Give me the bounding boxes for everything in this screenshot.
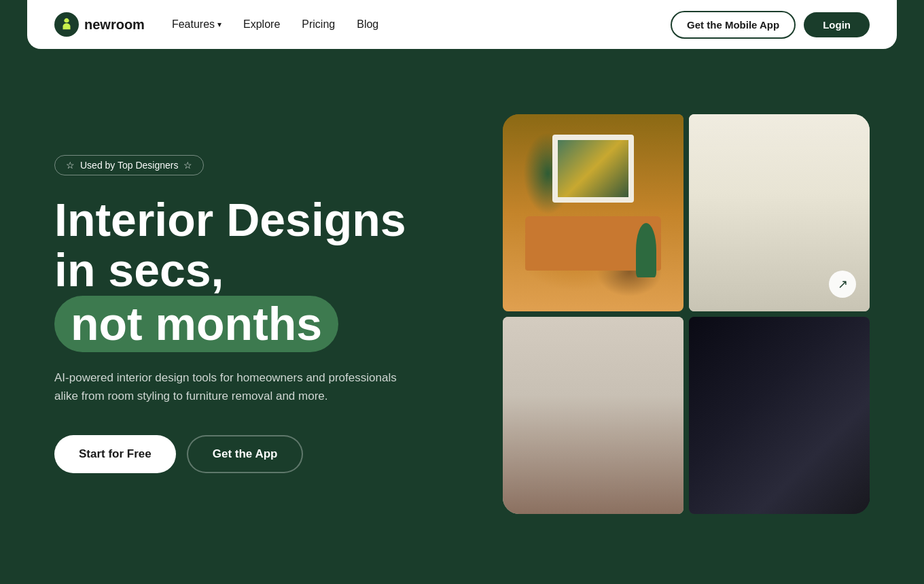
svg-point-11 <box>747 381 751 384</box>
get-app-button[interactable]: Get the App <box>187 435 304 473</box>
nav-link-pricing[interactable]: Pricing <box>302 18 335 30</box>
svg-line-2 <box>701 376 725 473</box>
svg-rect-10 <box>798 449 846 473</box>
nav-link-explore[interactable]: Explore <box>243 18 280 30</box>
hero-title: Interior Designs in secs, not months <box>54 194 462 352</box>
star-icon-right: ☆ <box>183 160 192 171</box>
nav-links: Features ▾ Explore Pricing Blog <box>172 18 378 31</box>
hero-title-line2-plain: in secs, <box>54 244 224 296</box>
svg-rect-19 <box>815 424 851 460</box>
logo-link[interactable]: newroom <box>54 12 145 37</box>
mobile-app-button[interactable]: Get the Mobile App <box>671 11 796 39</box>
svg-line-5 <box>749 376 756 473</box>
hero-content: ☆ Used by Top Designers ☆ Interior Desig… <box>54 155 462 474</box>
hero-title-line1: Interior Designs <box>54 194 406 245</box>
sketch-svg <box>689 317 870 514</box>
hero-section: ☆ Used by Top Designers ☆ Interior Desig… <box>0 49 924 566</box>
start-for-free-button[interactable]: Start for Free <box>54 435 176 473</box>
chevron-down-icon: ▾ <box>217 20 221 29</box>
nav-left: newroom Features ▾ Explore Pricing <box>54 12 378 37</box>
star-icon-left: ☆ <box>66 160 75 171</box>
nav-right: Get the Mobile App Login <box>671 11 870 39</box>
svg-rect-0 <box>689 328 870 502</box>
login-button[interactable]: Login <box>804 12 870 37</box>
logo-text: newroom <box>84 17 145 33</box>
nav-item-blog[interactable]: Blog <box>357 18 378 31</box>
hero-title-highlight: not months <box>54 296 338 352</box>
svg-rect-18 <box>809 418 857 466</box>
room-image-1 <box>503 114 683 311</box>
hero-image-grid: ↗ <box>503 114 870 514</box>
arrow-icon: ↗ <box>829 271 856 298</box>
svg-rect-9 <box>713 449 761 473</box>
svg-line-3 <box>834 376 857 473</box>
room-image-4 <box>689 317 870 514</box>
logo-svg <box>59 17 74 32</box>
nav-item-explore[interactable]: Explore <box>243 18 280 31</box>
plant-decoration <box>636 223 656 277</box>
artwork-decoration <box>552 135 634 203</box>
logo-icon <box>54 12 79 37</box>
nav-link-blog[interactable]: Blog <box>357 18 378 30</box>
hero-buttons: Start for Free Get the App <box>54 435 462 473</box>
nav-item-features[interactable]: Features ▾ <box>172 18 221 31</box>
hero-description: AI-powered interior design tools for hom… <box>54 368 408 405</box>
svg-point-12 <box>808 381 811 384</box>
nav-item-pricing[interactable]: Pricing <box>302 18 335 31</box>
svg-line-6 <box>803 376 809 473</box>
room-image-2: ↗ <box>689 114 870 311</box>
used-by-badge: ☆ Used by Top Designers ☆ <box>54 155 204 175</box>
nav-link-features[interactable]: Features ▾ <box>172 18 221 31</box>
navbar: newroom Features ▾ Explore Pricing <box>27 0 897 49</box>
room-image-3 <box>503 317 683 514</box>
